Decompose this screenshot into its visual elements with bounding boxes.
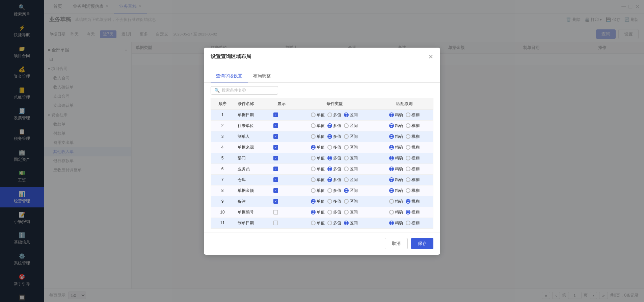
settings-table-row: 9备注✓ 单值 多值 区间 精确 xyxy=(211,196,433,207)
match-precise-radio[interactable]: 精确 xyxy=(389,199,403,204)
match-fuzzy-radio[interactable]: 模糊 xyxy=(406,177,420,183)
type-multi-radio[interactable]: 多值 xyxy=(327,220,341,226)
type-single-radio[interactable]: 单值 xyxy=(311,209,325,215)
type-single-radio[interactable]: 单值 xyxy=(311,112,325,118)
show-checkbox[interactable]: ✓ xyxy=(273,145,278,150)
type-multi-radio[interactable]: 多值 xyxy=(327,209,341,215)
row-show[interactable] xyxy=(270,207,293,218)
match-fuzzy-radio[interactable]: 模糊 xyxy=(406,209,420,215)
type-multi-radio[interactable]: 多值 xyxy=(327,123,341,129)
match-fuzzy-radio[interactable]: 模糊 xyxy=(406,145,420,150)
show-checkbox[interactable]: ✓ xyxy=(273,112,278,117)
tab-layout-adjust[interactable]: 布局调整 xyxy=(248,70,276,82)
row-show[interactable]: ✓ xyxy=(270,142,293,153)
type-range-radio[interactable]: 区间 xyxy=(344,177,358,183)
type-single-radio[interactable]: 单值 xyxy=(311,145,325,150)
match-precise-radio[interactable]: 精确 xyxy=(389,209,403,215)
match-precise-radio[interactable]: 精确 xyxy=(389,166,403,172)
type-range-radio[interactable]: 区间 xyxy=(344,209,358,215)
row-match: 精确 模糊 xyxy=(376,163,433,174)
type-range-radio[interactable]: 区间 xyxy=(344,166,358,172)
match-fuzzy-radio[interactable]: 模糊 xyxy=(406,166,420,172)
row-type: 单值 多值 区间 xyxy=(293,196,376,207)
type-range-radio[interactable]: 区间 xyxy=(344,134,358,140)
match-precise-radio[interactable]: 精确 xyxy=(389,123,403,129)
match-precise-radio[interactable]: 精确 xyxy=(389,177,403,183)
row-match: 精确 模糊 xyxy=(376,185,433,196)
type-single-radio[interactable]: 单值 xyxy=(311,123,325,129)
type-range-radio[interactable]: 区间 xyxy=(344,145,358,150)
match-fuzzy-radio[interactable]: 模糊 xyxy=(406,112,420,118)
row-match: 精确 模糊 xyxy=(376,131,433,142)
match-fuzzy-radio[interactable]: 模糊 xyxy=(406,188,420,194)
show-checkbox[interactable]: ✓ xyxy=(273,123,278,128)
match-precise-radio[interactable]: 精确 xyxy=(389,112,403,118)
row-type: 单值 多值 区间 xyxy=(293,163,376,174)
type-range-radio[interactable]: 区间 xyxy=(344,220,358,226)
row-show[interactable] xyxy=(270,218,293,228)
tab-field-settings[interactable]: 查询字段设置 xyxy=(211,70,248,82)
dialog-close-btn[interactable]: ✕ xyxy=(428,53,433,60)
type-multi-radio[interactable]: 多值 xyxy=(327,145,341,150)
show-checkbox[interactable]: ✓ xyxy=(273,177,278,182)
match-precise-radio[interactable]: 精确 xyxy=(389,145,403,150)
row-type: 单值 多值 区间 xyxy=(293,185,376,196)
row-show[interactable]: ✓ xyxy=(270,196,293,207)
match-precise-radio[interactable]: 精确 xyxy=(389,220,403,226)
match-fuzzy-radio[interactable]: 模糊 xyxy=(406,199,420,204)
row-show[interactable]: ✓ xyxy=(270,163,293,174)
match-fuzzy-radio[interactable]: 模糊 xyxy=(406,123,420,129)
type-range-radio[interactable]: 区间 xyxy=(344,199,358,204)
row-name: 往来单位 xyxy=(234,120,270,131)
type-single-radio[interactable]: 单值 xyxy=(311,188,325,194)
type-multi-radio[interactable]: 多值 xyxy=(327,155,341,161)
row-show[interactable]: ✓ xyxy=(270,131,293,142)
search-input[interactable] xyxy=(222,88,272,93)
settings-table-row: 7仓库✓ 单值 多值 区间 精确 xyxy=(211,174,433,185)
type-radio-group: 单值 多值 区间 xyxy=(297,209,372,215)
type-single-radio[interactable]: 单值 xyxy=(311,166,325,172)
type-range-radio[interactable]: 区间 xyxy=(344,188,358,194)
row-show[interactable]: ✓ xyxy=(270,153,293,163)
show-checkbox[interactable]: ✓ xyxy=(273,188,278,193)
row-show[interactable]: ✓ xyxy=(270,174,293,185)
row-type: 单值 多值 区间 xyxy=(293,207,376,218)
show-checkbox[interactable] xyxy=(273,210,278,215)
type-multi-radio[interactable]: 多值 xyxy=(327,199,341,204)
match-fuzzy-radio[interactable]: 模糊 xyxy=(406,220,420,226)
row-type: 单值 多值 区间 xyxy=(293,142,376,153)
show-checkbox[interactable]: ✓ xyxy=(273,199,278,204)
show-checkbox[interactable] xyxy=(273,221,278,225)
type-multi-radio[interactable]: 多值 xyxy=(327,112,341,118)
match-precise-radio[interactable]: 精确 xyxy=(389,134,403,140)
row-show[interactable]: ✓ xyxy=(270,109,293,120)
type-range-radio[interactable]: 区间 xyxy=(344,155,358,161)
show-checkbox[interactable]: ✓ xyxy=(273,167,278,171)
match-precise-radio[interactable]: 精确 xyxy=(389,188,403,194)
show-checkbox[interactable]: ✓ xyxy=(273,156,278,160)
type-multi-radio[interactable]: 多值 xyxy=(327,188,341,194)
type-radio-group: 单值 多值 区间 xyxy=(297,145,372,150)
type-multi-radio[interactable]: 多值 xyxy=(327,134,341,140)
match-radio-group: 精确 模糊 xyxy=(379,220,430,226)
match-precise-radio[interactable]: 精确 xyxy=(389,155,403,161)
type-range-radio[interactable]: 区间 xyxy=(344,112,358,118)
row-show[interactable]: ✓ xyxy=(270,120,293,131)
match-fuzzy-radio[interactable]: 模糊 xyxy=(406,155,420,161)
show-checkbox[interactable]: ✓ xyxy=(273,134,278,139)
save-button[interactable]: 保存 xyxy=(411,238,433,249)
type-single-radio[interactable]: 单值 xyxy=(311,199,325,204)
type-single-radio[interactable]: 单值 xyxy=(311,134,325,140)
type-single-radio[interactable]: 单值 xyxy=(311,155,325,161)
type-multi-radio[interactable]: 多值 xyxy=(327,177,341,183)
cancel-button[interactable]: 取消 xyxy=(385,238,408,249)
type-multi-radio[interactable]: 多值 xyxy=(327,166,341,172)
dialog-header: 设置查询区域布局 ✕ xyxy=(204,48,440,66)
match-fuzzy-radio[interactable]: 模糊 xyxy=(406,134,420,140)
settings-table: 顺序 条件名称 显示 条件类型 匹配原则 1单据日期✓ 单值 多值 xyxy=(211,98,433,229)
row-order: 8 xyxy=(211,185,234,196)
type-single-radio[interactable]: 单值 xyxy=(311,220,325,226)
type-single-radio[interactable]: 单值 xyxy=(311,177,325,183)
row-show[interactable]: ✓ xyxy=(270,185,293,196)
type-range-radio[interactable]: 区间 xyxy=(344,123,358,129)
